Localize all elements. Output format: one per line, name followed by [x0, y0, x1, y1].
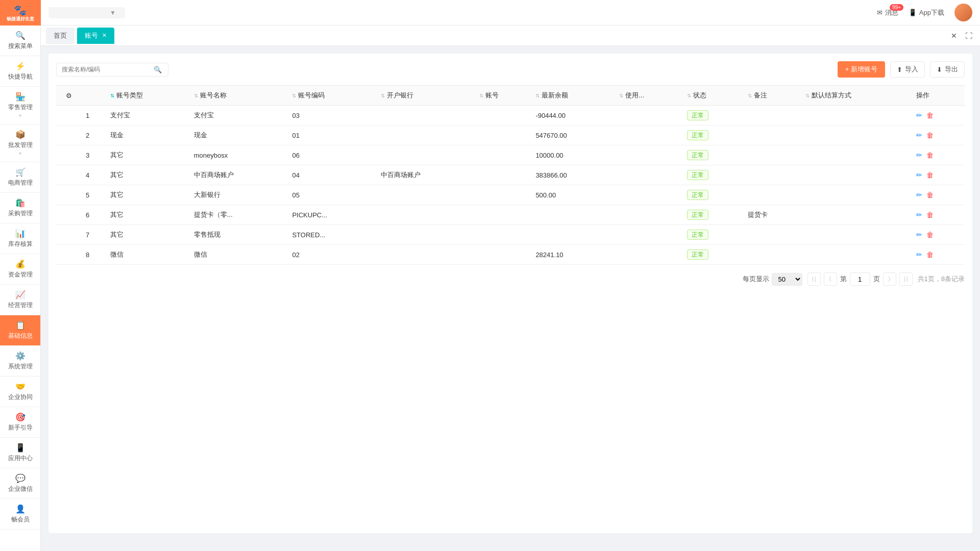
- row-settings-cell: [56, 145, 82, 165]
- row-settings-cell: [56, 126, 82, 145]
- col-remark-sort-icon[interactable]: ⇅: [748, 93, 752, 98]
- sidebar-item-sys[interactable]: ⚙️ 系统管理: [0, 346, 40, 377]
- row-code-cell: PICKUPC...: [288, 205, 377, 225]
- first-page-btn[interactable]: ⟨⟨: [807, 272, 821, 286]
- col-status-sort-icon[interactable]: ⇅: [687, 93, 691, 98]
- col-status: ⇅ 状态: [683, 86, 744, 106]
- row-name-cell: 大新银行: [190, 185, 288, 205]
- sidebar-item-basic-info[interactable]: 📋 基础信息: [0, 315, 40, 346]
- ecommerce-icon: 🛒: [3, 167, 38, 177]
- col-usage-sort-icon[interactable]: ⇅: [619, 93, 623, 98]
- sidebar-item-quick-nav[interactable]: ⚡ 快捷导航: [0, 56, 40, 87]
- user-avatar[interactable]: [954, 4, 972, 21]
- settings-icon[interactable]: ⚙: [66, 92, 72, 99]
- basic-info-icon: 📋: [3, 320, 38, 330]
- edit-button[interactable]: ✏: [916, 251, 922, 259]
- sidebar-item-ecommerce[interactable]: 🛒 电商管理: [0, 162, 40, 193]
- col-account-sort-icon[interactable]: ⇅: [479, 93, 483, 98]
- col-bank: ⇅ 开户银行: [377, 86, 475, 106]
- tab-account-close-icon[interactable]: ✕: [102, 32, 107, 39]
- export-button[interactable]: ⬇ 导出: [930, 61, 965, 78]
- row-status-cell: 正常: [683, 245, 744, 265]
- col-settings[interactable]: ⚙: [56, 86, 82, 106]
- col-name: ⇅ 账号名称: [190, 86, 288, 106]
- topbar-app-download-btn[interactable]: 📱 App下载: [909, 8, 944, 17]
- sidebar-item-retail[interactable]: 🏪 零售管理 ▾: [0, 87, 40, 124]
- delete-button[interactable]: 🗑: [926, 111, 934, 119]
- sidebar-item-member[interactable]: 👤 畅会员: [0, 499, 40, 530]
- row-actions-cell: ✏ 🗑: [912, 185, 965, 205]
- import-button[interactable]: ⬆ 导入: [890, 61, 925, 78]
- delete-button[interactable]: 🗑: [926, 211, 934, 219]
- edit-button[interactable]: ✏: [916, 111, 922, 119]
- page-size-select[interactable]: 50 100 200: [772, 273, 802, 286]
- edit-button[interactable]: ✏: [916, 151, 922, 159]
- sidebar-item-app-center[interactable]: 📱 应用中心: [0, 438, 40, 468]
- account-search-box[interactable]: 🔍: [56, 63, 168, 77]
- delete-button[interactable]: 🗑: [926, 171, 934, 179]
- edit-button[interactable]: ✏: [916, 231, 922, 239]
- col-balance-sort-icon[interactable]: ⇅: [535, 93, 540, 98]
- sidebar-item-search-menu[interactable]: 🔍 搜索菜单: [0, 26, 40, 56]
- delete-button[interactable]: 🗑: [926, 231, 934, 239]
- row-balance-cell: [531, 205, 615, 225]
- prev-page-btn[interactable]: ⟨: [824, 272, 837, 286]
- col-remark: ⇅ 备注: [744, 86, 801, 106]
- col-code-sort-icon[interactable]: ⇅: [292, 93, 296, 98]
- topbar-search-box[interactable]: ▼: [48, 7, 125, 18]
- status-badge: 正常: [687, 150, 708, 160]
- topbar-search-input[interactable]: [54, 9, 110, 16]
- row-balance-cell: 500.00: [531, 185, 615, 205]
- account-search-icon[interactable]: 🔍: [154, 66, 162, 73]
- delete-button[interactable]: 🗑: [926, 131, 934, 139]
- topbar-search-dropdown-icon[interactable]: ▼: [110, 9, 116, 16]
- export-label: 导出: [945, 65, 958, 74]
- newbie-icon: 🎯: [3, 412, 38, 422]
- purchase-icon: 🛍️: [3, 198, 38, 208]
- tab-account[interactable]: 账号 ✕: [77, 28, 114, 44]
- col-type-sort-icon[interactable]: ⇅: [110, 93, 114, 98]
- row-settings-cell: [56, 205, 82, 225]
- delete-button[interactable]: 🗑: [926, 151, 934, 159]
- tab-close-all-btn[interactable]: ✕: [948, 30, 960, 42]
- row-settings-cell: [56, 225, 82, 245]
- row-type-cell: 其它: [106, 225, 190, 245]
- account-search-input[interactable]: [62, 66, 154, 73]
- sidebar-item-wholesale[interactable]: 📦 批发管理 ▾: [0, 124, 40, 162]
- edit-button[interactable]: ✏: [916, 171, 922, 179]
- row-settings-cell: [56, 106, 82, 126]
- edit-button[interactable]: ✏: [916, 131, 922, 139]
- row-balance-cell: 383866.00: [531, 165, 615, 185]
- delete-button[interactable]: 🗑: [926, 191, 934, 199]
- tab-home[interactable]: 首页: [46, 28, 75, 44]
- last-page-btn[interactable]: ⟩⟩: [899, 272, 913, 286]
- row-balance-cell: 10000.00: [531, 145, 615, 165]
- topbar-left: ▼: [48, 7, 125, 18]
- page-number-input[interactable]: [850, 272, 870, 286]
- sidebar-item-ops[interactable]: 📈 经营管理: [0, 285, 40, 315]
- sidebar-item-newbie[interactable]: 🎯 新手引导: [0, 407, 40, 438]
- col-account: ⇅ 账号: [475, 86, 532, 106]
- edit-button[interactable]: ✏: [916, 191, 922, 199]
- sidebar-item-purchase[interactable]: 🛍️ 采购管理: [0, 193, 40, 223]
- row-account-cell: [475, 245, 532, 265]
- topbar-message-btn[interactable]: ✉ 消息 99+: [877, 8, 898, 17]
- status-badge: 正常: [687, 110, 708, 120]
- sidebar-item-wechat[interactable]: 💬 企业微信: [0, 468, 40, 499]
- status-badge: 正常: [687, 210, 708, 220]
- col-bank-sort-icon[interactable]: ⇅: [381, 93, 385, 98]
- sidebar-item-inventory[interactable]: 📊 库存核算: [0, 223, 40, 254]
- row-account-cell: [475, 145, 532, 165]
- edit-button[interactable]: ✏: [916, 211, 922, 219]
- sidebar-item-enterprise[interactable]: 🤝 企业协同: [0, 377, 40, 407]
- col-settlement-sort-icon[interactable]: ⇅: [805, 93, 810, 98]
- sidebar-item-label: 资金管理: [3, 270, 38, 279]
- col-name-sort-icon[interactable]: ⇅: [194, 93, 198, 98]
- sidebar-item-finance[interactable]: 💰 资金管理: [0, 254, 40, 285]
- tab-maximize-btn[interactable]: ⛶: [963, 30, 975, 42]
- next-page-btn[interactable]: ⟩: [883, 272, 896, 286]
- row-status-cell: 正常: [683, 185, 744, 205]
- row-settings-cell: [56, 165, 82, 185]
- delete-button[interactable]: 🗑: [926, 251, 934, 259]
- add-account-button[interactable]: + 新增账号: [838, 61, 885, 78]
